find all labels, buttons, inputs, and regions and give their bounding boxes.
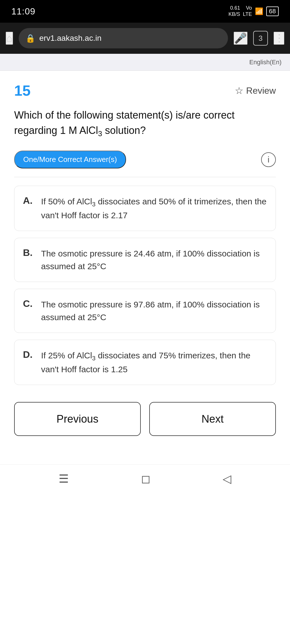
review-button[interactable]: ☆ Review [235, 85, 276, 96]
main-content: 15 ☆ Review Which of the following state… [0, 71, 290, 464]
option-b[interactable]: B. The osmotic pressure is 24.46 atm, if… [14, 238, 276, 282]
data-speed: 0.61 KB/S [229, 5, 240, 17]
microphone-button[interactable]: 🎤 [234, 32, 248, 45]
question-text: Which of the following statement(s) is/a… [14, 108, 276, 139]
next-button[interactable]: Next [149, 402, 276, 436]
review-label: Review [246, 85, 276, 96]
option-c-text: The osmotic pressure is 97.86 atm, if 10… [41, 298, 267, 324]
option-d-text: If 25% of AlCl3 dissociates and 75% trim… [41, 349, 267, 376]
options-list: A. If 50% of AlCl3 dissociates and 50% o… [14, 186, 276, 385]
network-type: Vo LTE [243, 5, 252, 17]
browser-bar: ⌂ 🔒 erv1.aakash.ac.in 🎤 3 ⋮ [0, 23, 290, 54]
option-a[interactable]: A. If 50% of AlCl3 dissociates and 50% o… [14, 186, 276, 231]
option-c-label: C. [23, 298, 34, 309]
language-text: English(En) [249, 59, 282, 66]
status-bar: 11:09 0.61 KB/S Vo LTE 📶 68 [0, 0, 290, 23]
option-a-label: A. [23, 195, 34, 206]
question-header: 15 ☆ Review [14, 82, 276, 99]
android-nav-bar: ☰ ◻ ◁ [0, 464, 290, 493]
android-back-button[interactable]: ◁ [223, 472, 231, 485]
option-a-text: If 50% of AlCl3 dissociates and 50% of i… [41, 195, 267, 222]
option-d[interactable]: D. If 25% of AlCl3 dissociates and 75% t… [14, 340, 276, 385]
info-icon[interactable]: i [261, 152, 276, 167]
lock-icon: 🔒 [25, 34, 35, 43]
divider [14, 177, 276, 177]
navigation-buttons: Previous Next [14, 402, 276, 436]
previous-button[interactable]: Previous [14, 402, 141, 436]
android-menu-button[interactable]: ☰ [59, 472, 69, 485]
status-time: 11:09 [11, 6, 35, 17]
option-c[interactable]: C. The osmotic pressure is 97.86 atm, if… [14, 289, 276, 333]
answer-type-badge[interactable]: One/More Correct Answer(s) [14, 151, 126, 168]
android-home-button[interactable]: ◻ [141, 472, 150, 485]
question-number: 15 [14, 82, 31, 99]
signal-icon: 📶 [255, 7, 263, 15]
home-button[interactable]: ⌂ [6, 32, 13, 45]
menu-button[interactable]: ⋮ [274, 32, 284, 45]
status-icons: 0.61 KB/S Vo LTE 📶 68 [229, 5, 279, 17]
content-banner: English(En) [0, 54, 290, 71]
answer-type-row: One/More Correct Answer(s) i [14, 151, 276, 168]
option-d-label: D. [23, 349, 34, 360]
tabs-button[interactable]: 3 [253, 31, 268, 46]
star-icon: ☆ [235, 85, 243, 96]
option-b-text: The osmotic pressure is 24.46 atm, if 10… [41, 247, 267, 273]
url-text: erv1.aakash.ac.in [39, 34, 221, 43]
url-bar[interactable]: 🔒 erv1.aakash.ac.in [19, 28, 228, 48]
battery-icon: 68 [266, 7, 279, 16]
option-b-label: B. [23, 247, 34, 258]
